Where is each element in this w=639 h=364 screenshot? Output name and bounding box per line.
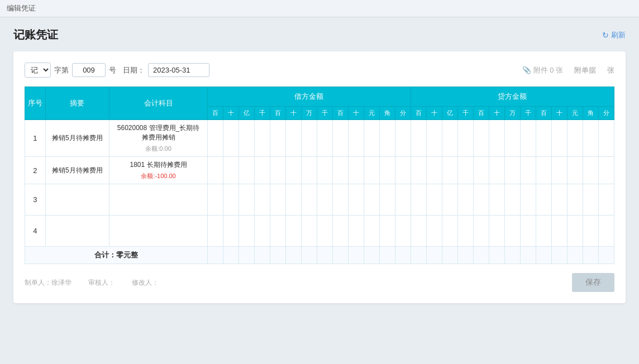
row1-c9[interactable] <box>536 120 551 157</box>
row2-d4[interactable] <box>254 157 270 184</box>
row1-d6[interactable] <box>285 120 301 157</box>
row4-d4[interactable] <box>254 215 270 247</box>
row4-d10[interactable] <box>348 215 364 247</box>
row4-c7[interactable] <box>504 215 520 247</box>
row3-c11[interactable] <box>567 184 583 215</box>
row3-d1[interactable] <box>207 184 223 215</box>
row3-c2[interactable] <box>426 184 442 215</box>
row4-d1[interactable] <box>207 215 223 247</box>
attach-bill-label[interactable]: 附单据 <box>574 65 596 75</box>
row4-d11[interactable] <box>364 215 379 247</box>
row1-d11[interactable] <box>364 120 379 157</box>
row4-d12[interactable] <box>379 215 395 247</box>
row2-c8[interactable] <box>520 157 536 184</box>
row1-c8[interactable] <box>520 120 536 157</box>
row4-d3[interactable] <box>239 215 254 247</box>
row3-c3[interactable] <box>442 184 457 215</box>
row4-c10[interactable] <box>551 215 567 247</box>
row1-c10[interactable] <box>551 120 567 157</box>
attachment-link[interactable]: 📎 附件 0 张 <box>522 65 563 75</box>
row4-account[interactable] <box>109 215 208 247</box>
row2-c9[interactable] <box>536 157 551 184</box>
row4-c5[interactable] <box>473 215 489 247</box>
row3-d9[interactable] <box>332 184 348 215</box>
row2-d1[interactable] <box>207 157 223 184</box>
row1-c3[interactable] <box>442 120 457 157</box>
row4-c12[interactable] <box>583 215 598 247</box>
row4-d13[interactable] <box>395 215 411 247</box>
row3-d3[interactable] <box>239 184 254 215</box>
row1-c5[interactable] <box>473 120 489 157</box>
row3-d7[interactable] <box>301 184 317 215</box>
row3-c8[interactable] <box>520 184 536 215</box>
row1-d4[interactable] <box>254 120 270 157</box>
row1-c7[interactable] <box>504 120 520 157</box>
row2-c1[interactable] <box>411 157 426 184</box>
row2-d12[interactable] <box>379 157 395 184</box>
row4-d2[interactable] <box>223 215 239 247</box>
row3-d6[interactable] <box>285 184 301 215</box>
row4-c1[interactable] <box>411 215 426 247</box>
row2-c3[interactable] <box>442 157 457 184</box>
row2-account[interactable]: 1801 长期待摊费用 余额:-100.00 <box>109 157 208 184</box>
row1-c4[interactable] <box>457 120 473 157</box>
row2-d9[interactable] <box>332 157 348 184</box>
row4-c4[interactable] <box>457 215 473 247</box>
row1-d13[interactable] <box>395 120 411 157</box>
row3-c5[interactable] <box>473 184 489 215</box>
row1-c11[interactable] <box>567 120 583 157</box>
row1-d7[interactable] <box>301 120 317 157</box>
row4-c13[interactable] <box>598 215 614 247</box>
voucher-type-select[interactable]: 记 <box>25 63 51 78</box>
row2-d13[interactable] <box>395 157 411 184</box>
row2-d6[interactable] <box>285 157 301 184</box>
row4-c8[interactable] <box>520 215 536 247</box>
row3-c6[interactable] <box>489 184 504 215</box>
row2-c5[interactable] <box>473 157 489 184</box>
row1-d1[interactable] <box>207 120 223 157</box>
row3-c7[interactable] <box>504 184 520 215</box>
row1-d9[interactable] <box>332 120 348 157</box>
voucher-number-input[interactable] <box>72 63 106 77</box>
date-input[interactable] <box>148 63 209 77</box>
row3-c4[interactable] <box>457 184 473 215</box>
row2-d7[interactable] <box>301 157 317 184</box>
row4-d6[interactable] <box>285 215 301 247</box>
row1-d2[interactable] <box>223 120 239 157</box>
row3-c1[interactable] <box>411 184 426 215</box>
row1-c2[interactable] <box>426 120 442 157</box>
row3-c13[interactable] <box>598 184 614 215</box>
row3-d4[interactable] <box>254 184 270 215</box>
row1-d5[interactable] <box>270 120 285 157</box>
row1-account[interactable]: 56020008 管理费用_长期待摊费用摊销 余额:0.00 <box>109 120 208 157</box>
row1-d10[interactable] <box>348 120 364 157</box>
row3-d5[interactable] <box>270 184 285 215</box>
row1-c6[interactable] <box>489 120 504 157</box>
row2-c6[interactable] <box>489 157 504 184</box>
row3-d11[interactable] <box>364 184 379 215</box>
row2-c7[interactable] <box>504 157 520 184</box>
row4-c11[interactable] <box>567 215 583 247</box>
row2-d10[interactable] <box>348 157 364 184</box>
row1-summary[interactable]: 摊销5月待摊费用 <box>45 120 109 157</box>
row3-d8[interactable] <box>317 184 332 215</box>
row4-c9[interactable] <box>536 215 551 247</box>
row2-d8[interactable] <box>317 157 332 184</box>
row2-c12[interactable] <box>583 157 598 184</box>
row2-c2[interactable] <box>426 157 442 184</box>
row1-c12[interactable] <box>583 120 598 157</box>
row1-c13[interactable] <box>598 120 614 157</box>
row4-d9[interactable] <box>332 215 348 247</box>
row1-d8[interactable] <box>317 120 332 157</box>
row2-d3[interactable] <box>239 157 254 184</box>
row2-c10[interactable] <box>551 157 567 184</box>
save-button[interactable]: 保存 <box>572 273 614 292</box>
row3-account[interactable] <box>109 184 208 215</box>
row2-d5[interactable] <box>270 157 285 184</box>
row2-c11[interactable] <box>567 157 583 184</box>
row4-d5[interactable] <box>270 215 285 247</box>
row2-summary[interactable]: 摊销5月待摊费用 <box>45 157 109 184</box>
row4-d7[interactable] <box>301 215 317 247</box>
row2-c13[interactable] <box>598 157 614 184</box>
row2-d2[interactable] <box>223 157 239 184</box>
